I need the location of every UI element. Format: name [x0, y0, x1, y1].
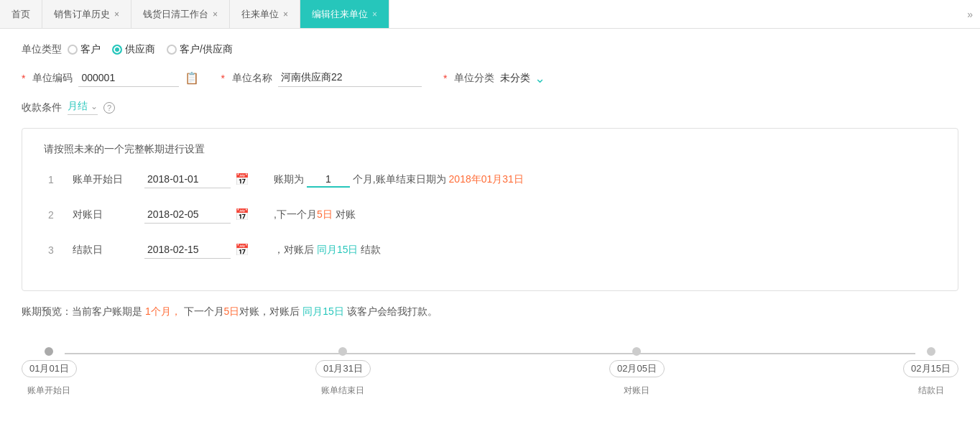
- unit-code-label: 单位编码: [32, 72, 73, 85]
- preview-part2-suffix: 对账，对账后: [239, 305, 300, 317]
- close-tab-sales[interactable]: ×: [114, 9, 119, 19]
- preview-text: 账期预览：当前客户账期是 1个月， 下一个月5日对账，对账后 同月15日 该客户…: [22, 305, 958, 318]
- unit-name-star: *: [221, 73, 224, 84]
- timeline-sublabel-2: 账单结束日: [321, 385, 364, 397]
- step-2-num: 2: [44, 209, 58, 221]
- step-2-date-input[interactable]: [144, 206, 231, 224]
- step-2-desc-suffix: 对账: [333, 208, 356, 220]
- tab-home[interactable]: 首页: [0, 0, 42, 28]
- timeline-dot-2: [338, 347, 347, 356]
- step-1-calendar-icon[interactable]: 📅: [235, 172, 249, 186]
- tab-edit-partner[interactable]: 编辑往来单位 ×: [300, 0, 389, 28]
- timeline-badge-1: 01月01日: [22, 360, 77, 377]
- unit-category-chevron: ⌄: [535, 70, 545, 86]
- expand-icon: »: [967, 9, 973, 20]
- card-title: 请按照未来的一个完整帐期进行设置: [44, 143, 936, 156]
- timeline-badge-2: 01月31日: [315, 360, 371, 377]
- unit-code-input[interactable]: [78, 69, 179, 87]
- step-1-desc-prefix: 账期为: [274, 173, 304, 185]
- timeline-dot-1: [45, 347, 53, 356]
- tab-cash-label: 钱货日清工作台: [143, 8, 208, 21]
- timeline-dot-3: [632, 347, 641, 356]
- unit-name-label: 单位名称: [232, 72, 272, 85]
- step-1-desc: 账期为 个月,账单结束日期为 2018年01月31日: [274, 172, 524, 188]
- close-tab-edit[interactable]: ×: [372, 9, 377, 19]
- step-3-desc: ，对账后 同月15日 结款: [274, 244, 381, 257]
- tab-sales-order-history[interactable]: 销售订单历史 ×: [42, 0, 131, 28]
- period-months-input[interactable]: [307, 172, 350, 188]
- step-3-highlight: 同月15日: [317, 244, 359, 255]
- close-tab-partner[interactable]: ×: [283, 9, 288, 19]
- unit-code-copy-icon[interactable]: 📋: [185, 71, 199, 85]
- radio-circle-both: [167, 45, 177, 55]
- unit-type-row: 单位类型 客户 供应商 客户/供应商: [22, 43, 958, 56]
- step-2-desc: ,下一个月5日 对账: [274, 208, 356, 221]
- timeline-item-1: 01月01日 账单开始日: [22, 347, 77, 397]
- unit-type-label: 单位类型: [22, 43, 62, 56]
- unit-category-group: * 单位分类 未分类 ⌄: [443, 70, 545, 86]
- radio-customer[interactable]: 客户: [68, 43, 101, 56]
- unit-code-star: *: [22, 73, 25, 84]
- payment-terms-select[interactable]: 月结 ⌄: [68, 100, 98, 115]
- radio-both-label: 客户/供应商: [180, 43, 233, 56]
- unit-category-dropdown[interactable]: 未分类 ⌄: [500, 70, 545, 86]
- radio-circle-supplier: [112, 45, 122, 55]
- unit-type-group: 单位类型 客户 供应商 客户/供应商: [22, 43, 233, 56]
- help-icon[interactable]: ?: [103, 102, 115, 114]
- step-2-desc-prefix: ,下一个月: [274, 208, 317, 220]
- timeline-item-2: 01月31日 账单结束日: [315, 347, 371, 397]
- close-tab-cash[interactable]: ×: [213, 9, 218, 19]
- tab-sales-label: 销售订单历史: [54, 8, 110, 21]
- step-3-date-input[interactable]: [144, 241, 231, 259]
- timeline-sublabel-1: 账单开始日: [27, 385, 70, 397]
- tab-expand-button[interactable]: »: [960, 0, 980, 28]
- radio-supplier-label: 供应商: [125, 43, 155, 56]
- unit-info-row: * 单位编码 📋 * 单位名称 * 单位分类 未分类 ⌄: [22, 69, 958, 87]
- radio-supplier[interactable]: 供应商: [112, 43, 155, 56]
- step-2-calendar-icon[interactable]: 📅: [235, 208, 249, 221]
- timeline-badge-4: 02月15日: [903, 360, 958, 377]
- timeline: 01月01日 账单开始日 01月31日 账单结束日 02月05日 对账日: [22, 333, 958, 418]
- step-1-date-group: 📅: [144, 170, 259, 188]
- payment-terms-chevron: ⌄: [91, 101, 98, 111]
- step-2-highlight: 5日: [317, 208, 333, 220]
- step-1-desc-suffix: 个月,账单结束日期为: [353, 173, 446, 185]
- main-content: 单位类型 客户 供应商 客户/供应商 * 单位编码: [0, 29, 980, 437]
- radio-customer-label: 客户: [80, 43, 101, 56]
- step-1-num: 1: [44, 174, 58, 185]
- tab-partner-label: 往来单位: [241, 8, 279, 21]
- timeline-sublabel-3: 对账日: [624, 385, 650, 397]
- tab-partner-units[interactable]: 往来单位 ×: [230, 0, 300, 28]
- step-1-end-date: 2018年01月31日: [449, 173, 524, 185]
- step-3-row: 3 结款日 📅 ，对账后 同月15日 结款: [44, 241, 936, 259]
- payment-terms-row: 收款条件 月结 ⌄ ?: [22, 100, 958, 115]
- step-3-desc-prefix: ，对账后: [274, 244, 317, 255]
- timeline-badge-3: 02月05日: [609, 360, 665, 377]
- radio-circle-customer: [68, 45, 78, 55]
- tab-cash-reconciliation[interactable]: 钱货日清工作台 ×: [131, 0, 230, 28]
- timeline-dot-4: [927, 347, 935, 356]
- help-icon-text: ?: [107, 104, 111, 112]
- unit-name-group: * 单位名称: [221, 69, 421, 87]
- payment-terms-group: 收款条件 月结 ⌄ ?: [22, 100, 115, 115]
- step-3-desc-suffix: 结款: [358, 244, 381, 255]
- radio-group: 客户 供应商 客户/供应商: [68, 43, 233, 56]
- step-1-date-input[interactable]: [144, 170, 231, 188]
- step-3-calendar-icon[interactable]: 📅: [235, 243, 249, 257]
- step-2-row: 2 对账日 📅 ,下一个月5日 对账: [44, 206, 936, 224]
- step-3-date-group: 📅: [144, 241, 259, 259]
- period-setup-card: 请按照未来的一个完整帐期进行设置 1 账单开始日 📅 账期为 个月,账单结束日期…: [22, 128, 958, 291]
- preview-part4: 该客户会给我打款。: [347, 305, 438, 317]
- timeline-items: 01月01日 账单开始日 01月31日 账单结束日 02月05日 对账日: [22, 347, 958, 397]
- radio-both[interactable]: 客户/供应商: [167, 43, 233, 56]
- unit-name-input[interactable]: [278, 69, 422, 87]
- step-1-row: 1 账单开始日 📅 账期为 个月,账单结束日期为 2018年01月31日: [44, 170, 936, 188]
- unit-code-group: * 单位编码 📋: [22, 69, 199, 87]
- step-3-label: 结款日: [73, 244, 130, 257]
- timeline-item-4: 02月15日 结款日: [903, 347, 958, 397]
- preview-part3-highlight: 同月15日: [302, 305, 344, 317]
- preview-part1: 1个月，: [145, 305, 181, 317]
- step-1-label: 账单开始日: [73, 173, 130, 186]
- payment-terms-value: 月结: [68, 100, 88, 113]
- preview-part2-highlight: 5日: [224, 305, 240, 317]
